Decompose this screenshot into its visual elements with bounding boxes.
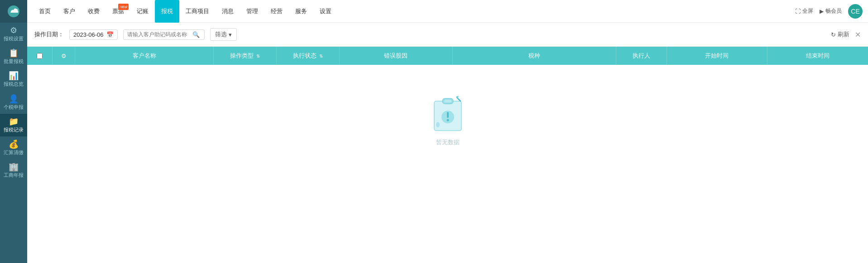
- annual-report-icon: 🏢: [9, 163, 19, 171]
- th-checkbox: [27, 47, 53, 65]
- fullscreen-button[interactable]: ⛶ 全屏: [795, 7, 813, 15]
- remittance-icon: 💰: [9, 140, 19, 148]
- sidebar-item-annual-report[interactable]: 🏢 工商年报: [0, 159, 27, 182]
- personal-tax-label: 个税申报: [4, 104, 24, 110]
- sidebar-item-batch-tax[interactable]: 📋 批量报税: [0, 45, 27, 68]
- refresh-label: 刷新: [838, 30, 849, 39]
- table-header-row: ⚙ 客户名称 操作类型 ⇅ 执行状态 ⇅: [27, 47, 868, 65]
- nav-item-service[interactable]: 服务: [289, 0, 313, 23]
- customer-nav-label: 客户: [63, 7, 75, 15]
- empty-state: 暂无数据: [27, 65, 868, 165]
- personal-tax-icon: 👤: [9, 95, 19, 103]
- th-op-type[interactable]: 操作类型 ⇅: [213, 47, 276, 65]
- management-nav-label: 管理: [246, 7, 258, 15]
- nav-items: 首页客户收费票据new记账报税工商项目消息管理经营服务设置: [33, 0, 795, 23]
- tax-records-label: 报税记录: [4, 127, 24, 133]
- search-input[interactable]: [127, 31, 191, 38]
- close-button[interactable]: ✕: [855, 30, 861, 39]
- svg-rect-4: [444, 100, 451, 102]
- date-input[interactable]: 2023-06-06 📅: [69, 29, 118, 40]
- top-navigation: 首页客户收费票据new记账报税工商项目消息管理经营服务设置 ⛶ 全屏 ▶ 畅会员…: [27, 0, 868, 23]
- svg-rect-6: [447, 112, 449, 118]
- avatar[interactable]: CE: [848, 4, 863, 19]
- th-end-time: 结束时间: [767, 47, 868, 65]
- table-body: 暂无数据: [27, 65, 868, 165]
- batch-tax-label: 批量报税: [4, 58, 24, 64]
- main-area: 首页客户收费票据new记账报税工商项目消息管理经营服务设置 ⛶ 全屏 ▶ 畅会员…: [27, 0, 868, 263]
- home-nav-label: 首页: [39, 7, 51, 15]
- th-gear: ⚙: [53, 47, 75, 65]
- sidebar-logo: [0, 0, 27, 23]
- empty-icon: [430, 92, 466, 133]
- svg-point-10: [436, 122, 440, 127]
- search-box[interactable]: 🔍: [123, 29, 205, 40]
- tax-nav-label: 报税: [161, 7, 173, 15]
- tax-records-icon: 📁: [9, 117, 19, 126]
- tax-settings-icon: ⚙: [10, 26, 17, 34]
- fullscreen-icon: ⛶: [795, 8, 801, 15]
- nav-item-messages[interactable]: 消息: [216, 0, 240, 23]
- billing-nav-label: 收费: [88, 7, 100, 15]
- calendar-icon: 📅: [106, 31, 114, 38]
- accounting-nav-label: 记账: [137, 7, 149, 15]
- annual-report-label: 工商年报: [4, 172, 24, 178]
- refresh-icon: ↻: [831, 31, 836, 38]
- nav-item-home[interactable]: 首页: [33, 0, 57, 23]
- sidebar-item-tax-records[interactable]: 📁 报税记录: [0, 114, 27, 136]
- nav-item-invoice[interactable]: 票据new: [106, 0, 130, 23]
- sidebar: ⚙ 报税设置 📋 批量报税 📊 报税总览 👤 个税申报 📁 报税记录 💰 汇算清…: [0, 0, 27, 263]
- nav-item-customer[interactable]: 客户: [57, 0, 82, 23]
- settings-nav-label: 设置: [320, 7, 331, 15]
- commerce-nav-label: 工商项目: [186, 7, 209, 15]
- op-type-sort-icon: ⇅: [256, 54, 260, 58]
- messages-nav-label: 消息: [222, 7, 234, 15]
- date-label: 操作日期：: [34, 30, 64, 39]
- page-content: 操作日期： 2023-06-06 📅 🔍 筛选 ▾ ↻ 刷新 ✕: [27, 23, 868, 263]
- nav-item-accounting[interactable]: 记账: [130, 0, 155, 23]
- data-table: ⚙ 客户名称 操作类型 ⇅ 执行状态 ⇅: [27, 47, 868, 165]
- empty-state-row: 暂无数据: [27, 65, 868, 165]
- batch-tax-icon: 📋: [9, 49, 19, 57]
- th-customer-name: 客户名称: [75, 47, 214, 65]
- tax-summary-label: 报税总览: [4, 81, 24, 87]
- chevron-down-icon: ▾: [229, 31, 232, 38]
- fullscreen-label: 全屏: [802, 7, 813, 15]
- th-executor: 执行人: [616, 47, 667, 65]
- refresh-button[interactable]: ↻ 刷新: [831, 30, 849, 39]
- finance-nav-label: 经营: [271, 7, 283, 15]
- member-button[interactable]: ▶ 畅会员: [820, 7, 842, 15]
- service-nav-label: 服务: [295, 7, 307, 15]
- nav-item-tax[interactable]: 报税: [155, 0, 179, 23]
- th-tax-type: 税种: [453, 47, 616, 65]
- nav-item-management[interactable]: 管理: [240, 0, 264, 23]
- th-start-time: 开始时间: [667, 47, 767, 65]
- sidebar-item-remittance[interactable]: 💰 汇算清缴: [0, 136, 27, 159]
- svg-point-7: [446, 119, 449, 122]
- toolbar: 操作日期： 2023-06-06 📅 🔍 筛选 ▾ ↻ 刷新 ✕: [27, 23, 868, 47]
- member-label: 畅会员: [825, 7, 842, 15]
- filter-label: 筛选: [215, 30, 227, 39]
- nav-item-commerce[interactable]: 工商项目: [179, 0, 216, 23]
- sidebar-item-personal-tax[interactable]: 👤 个税申报: [0, 91, 27, 114]
- sidebar-item-tax-settings[interactable]: ⚙ 报税设置: [0, 23, 27, 45]
- invoice-badge: new: [118, 4, 129, 10]
- topnav-right: ⛶ 全屏 ▶ 畅会员 CE: [795, 4, 863, 19]
- sidebar-item-tax-summary[interactable]: 📊 报税总览: [0, 68, 27, 91]
- nav-item-settings[interactable]: 设置: [313, 0, 338, 23]
- tax-summary-icon: 📊: [9, 72, 19, 80]
- remittance-label: 汇算清缴: [4, 150, 24, 156]
- member-icon: ▶: [820, 8, 824, 15]
- th-exec-status[interactable]: 执行状态 ⇅: [276, 47, 339, 65]
- search-icon: 🔍: [192, 31, 200, 38]
- data-table-container: ⚙ 客户名称 操作类型 ⇅ 执行状态 ⇅: [27, 47, 868, 263]
- nav-item-finance[interactable]: 经营: [264, 0, 289, 23]
- empty-text: 暂无数据: [436, 138, 460, 146]
- select-all-checkbox[interactable]: [37, 53, 43, 59]
- nav-item-billing[interactable]: 收费: [82, 0, 106, 23]
- gear-icon[interactable]: ⚙: [61, 53, 67, 59]
- tax-settings-label: 报税设置: [4, 36, 24, 42]
- date-value: 2023-06-06: [73, 31, 104, 38]
- exec-status-sort-icon: ⇅: [319, 54, 323, 58]
- filter-button[interactable]: 筛选 ▾: [210, 28, 237, 41]
- th-error: 错误股因: [339, 47, 452, 65]
